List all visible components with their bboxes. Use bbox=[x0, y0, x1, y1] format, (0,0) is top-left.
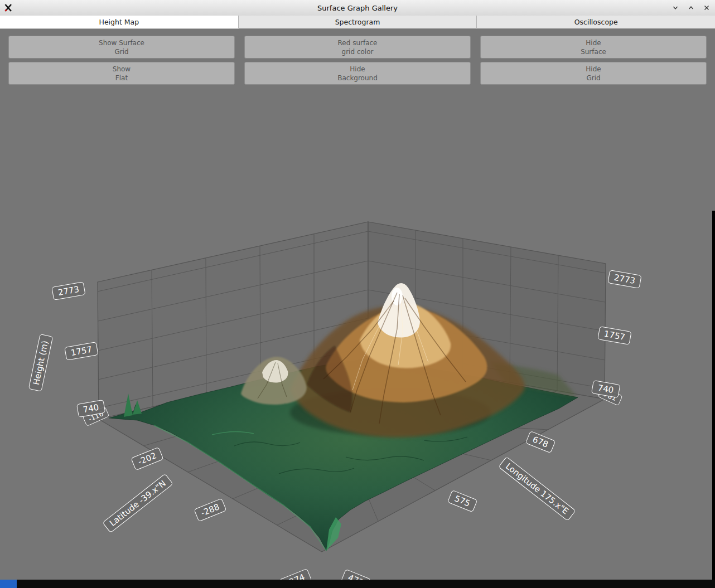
screen-edge-strip bbox=[712, 211, 715, 580]
window-maximize-button[interactable] bbox=[686, 3, 696, 13]
button-label-line1: Hide bbox=[350, 65, 365, 74]
taskbar[interactable] bbox=[0, 580, 715, 588]
tab-spectrogram[interactable]: Spectrogram bbox=[239, 16, 477, 28]
button-label-line2: grid color bbox=[342, 47, 374, 56]
button-label-line2: Background bbox=[337, 74, 378, 82]
hide-surface-button[interactable]: Hide Surface bbox=[480, 36, 707, 59]
tab-oscilloscope[interactable]: Oscilloscope bbox=[477, 16, 715, 28]
window-close-button[interactable] bbox=[702, 3, 712, 13]
taskbar-item[interactable] bbox=[0, 580, 17, 588]
tab-height-map[interactable]: Height Map bbox=[0, 16, 239, 28]
surface-plot-canvas[interactable] bbox=[0, 0, 715, 580]
button-label-line2: Surface bbox=[581, 47, 606, 56]
surface-grid-color-button[interactable]: Red surface grid color bbox=[244, 36, 471, 59]
button-label-line1: Hide bbox=[586, 65, 601, 74]
show-surface-grid-button[interactable]: Show Surface Grid bbox=[8, 36, 235, 59]
button-label-line1: Hide bbox=[586, 38, 601, 47]
button-label-line2: Grid bbox=[114, 47, 128, 56]
show-flat-button[interactable]: Show Flat bbox=[8, 62, 235, 85]
surface-plot-area[interactable]: -116 2773 1757 740 Height (m) 781 2773 1… bbox=[0, 0, 715, 580]
window-shade-button[interactable] bbox=[670, 3, 680, 13]
button-label-line2: Grid bbox=[586, 74, 600, 82]
surface-controls: Show Surface Grid Red surface grid color… bbox=[8, 36, 707, 85]
window-title: Surface Graph Gallery bbox=[0, 4, 715, 12]
tabbar: Height Map Spectrogram Oscilloscope bbox=[0, 16, 715, 29]
app-icon bbox=[4, 3, 13, 12]
button-label-line1: Red surface bbox=[338, 38, 378, 47]
hide-grid-button[interactable]: Hide Grid bbox=[480, 62, 707, 85]
button-label-line1: Show Surface bbox=[99, 38, 144, 47]
button-label-line2: Flat bbox=[115, 74, 128, 82]
titlebar[interactable]: Surface Graph Gallery bbox=[0, 0, 715, 16]
app-window: -116 2773 1757 740 Height (m) 781 2773 1… bbox=[0, 0, 715, 588]
hide-background-button[interactable]: Hide Background bbox=[244, 62, 471, 85]
button-label-line1: Show bbox=[113, 65, 131, 74]
